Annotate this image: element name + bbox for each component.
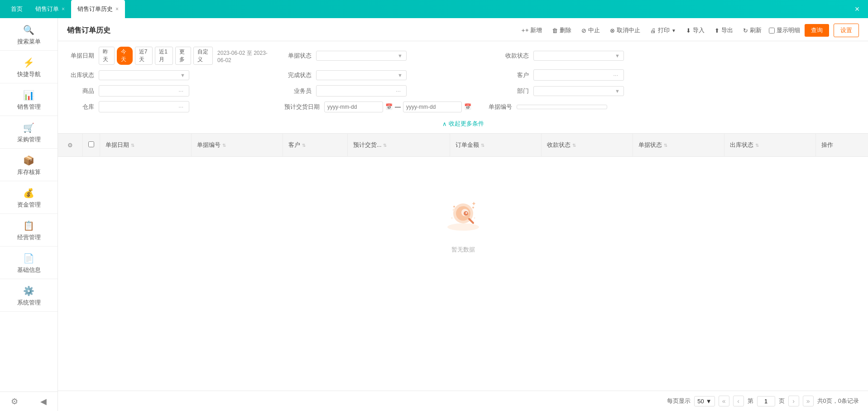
sidebar-item-search[interactable]: 🔍 搜索菜单: [0, 18, 58, 51]
tab-close-sales-order[interactable]: ×: [62, 6, 65, 12]
table-header-row: ⚙ 单据日期 ⇅ 单据编号 ⇅: [58, 134, 868, 157]
col-delivery-sort-icon: ⇅: [755, 143, 759, 148]
completion-status-field: ▼: [316, 70, 488, 80]
stop-button[interactable]: ⊘ 中止: [579, 25, 603, 36]
delivery-status-label: 出库状态: [67, 71, 99, 79]
select-all-checkbox[interactable]: [88, 141, 94, 147]
col-bill-status-sort-icon: ⇅: [664, 143, 667, 148]
quick-nav-icon: ⚡: [23, 57, 34, 68]
collapse-button[interactable]: ∧ 收起更多条件: [67, 117, 859, 128]
page-size-arrow-icon: ▼: [706, 398, 712, 405]
page-word-label: 页: [779, 397, 785, 405]
col-payment-status[interactable]: 收款状态 ⇅: [542, 134, 633, 157]
product-dots-icon[interactable]: ···: [177, 87, 185, 94]
col-customer[interactable]: 客户 ⇅: [283, 134, 347, 157]
query-button[interactable]: 查询: [805, 24, 829, 37]
last-page-button[interactable]: »: [803, 396, 814, 406]
system-icon: ⚙️: [23, 285, 34, 296]
date-7days[interactable]: 近7天: [135, 47, 153, 65]
tab-home[interactable]: 首页: [5, 0, 29, 18]
first-page-button[interactable]: «: [719, 396, 729, 406]
purchase-icon: 🛒: [23, 122, 34, 133]
customer-select[interactable]: ···: [533, 69, 624, 81]
sidebar-item-finance[interactable]: 💰 资金管理: [0, 181, 58, 214]
date-to-calendar-icon[interactable]: 📅: [464, 103, 471, 110]
print-button[interactable]: 🖨 打印 ▼: [647, 25, 679, 36]
export-button[interactable]: ⬆ 导出: [712, 25, 736, 36]
tab-sales-order-history[interactable]: 销售订单历史 ×: [71, 0, 125, 18]
col-date-sort-icon: ⇅: [131, 143, 134, 148]
page-header: 销售订单历史 ＋ + 新增 🗑 删除 ⊘ 中止 ⊗ 取消中止: [58, 18, 868, 41]
salesperson-dots-icon[interactable]: ···: [394, 87, 403, 94]
col-bill-status-label: 单据状态: [638, 141, 662, 148]
sidebar-item-system[interactable]: ⚙️ 系统管理: [0, 279, 58, 312]
display-detail-checkbox[interactable]: 显示明细: [769, 26, 800, 34]
next-page-button[interactable]: ›: [788, 396, 799, 406]
expected-date-to[interactable]: [403, 102, 462, 112]
sidebar-collapse-button[interactable]: ◀: [40, 396, 47, 406]
col-bill-status[interactable]: 单据状态 ⇅: [633, 134, 724, 157]
delete-button[interactable]: 🗑 删除: [549, 25, 574, 36]
date-from-calendar-icon[interactable]: 📅: [385, 103, 393, 110]
sidebar-item-quick-nav[interactable]: ⚡ 快捷导航: [0, 51, 58, 83]
col-delivery-status[interactable]: 出库状态 ⇅: [724, 134, 816, 157]
sidebar-item-operations[interactable]: 📋 经营管理: [0, 214, 58, 247]
settings-button[interactable]: 设置: [834, 24, 859, 37]
date-more[interactable]: 更多: [175, 47, 191, 65]
bill-number-label: 单据编号: [485, 103, 517, 111]
display-detail-input[interactable]: [769, 28, 775, 34]
salesperson-select[interactable]: ···: [316, 85, 407, 97]
empty-state: ✦ ✦ 暂无数据: [58, 157, 868, 281]
date-1month[interactable]: 近1月: [155, 47, 173, 65]
expected-date-from[interactable]: [324, 102, 383, 112]
cancel-stop-button[interactable]: ⊗ 取消中止: [607, 25, 643, 36]
customer-field: ···: [533, 69, 705, 81]
import-icon: ⬇: [686, 27, 691, 34]
department-select[interactable]: ▼: [533, 86, 624, 96]
tab-close-history[interactable]: ×: [115, 6, 119, 12]
product-select[interactable]: ···: [99, 85, 189, 97]
date-today[interactable]: 今天: [117, 47, 133, 65]
import-button[interactable]: ⬇ 导入: [683, 25, 707, 36]
sidebar-settings-button[interactable]: ⚙: [11, 396, 18, 406]
payment-status-select[interactable]: ▼: [533, 51, 624, 61]
empty-state-cell: ✦ ✦ 暂无数据: [58, 157, 868, 281]
tab-sales-order[interactable]: 销售订单 ×: [29, 0, 71, 18]
prev-page-button[interactable]: ‹: [733, 396, 744, 406]
table-settings-button[interactable]: ⚙: [63, 138, 77, 152]
col-bill-number[interactable]: 单据编号 ⇅: [191, 134, 283, 157]
col-amount[interactable]: 订单金额 ⇅: [450, 134, 542, 157]
date-custom[interactable]: 自定义: [193, 47, 213, 65]
col-expected-label: 预计交货...: [353, 141, 382, 148]
svg-point-5: [465, 212, 467, 214]
bill-status-select[interactable]: ▼: [316, 51, 407, 61]
empty-state-row: ✦ ✦ 暂无数据: [58, 157, 868, 281]
bill-number-input[interactable]: [517, 105, 607, 109]
salesperson-field: ···: [316, 85, 488, 97]
customer-dots-icon[interactable]: ···: [611, 72, 620, 78]
completion-status-select[interactable]: ▼: [316, 70, 407, 80]
sidebar-item-inventory[interactable]: 📦 库存核算: [0, 149, 58, 181]
warehouse-dots-icon[interactable]: ···: [177, 103, 185, 110]
new-button[interactable]: ＋ + 新增: [518, 25, 545, 36]
col-expected-date[interactable]: 预计交货... ⇅: [347, 134, 450, 157]
payment-status-field: ▼: [533, 51, 705, 61]
page-size-select[interactable]: 50 ▼: [694, 396, 715, 406]
sidebar-item-basic-info[interactable]: 📄 基础信息: [0, 247, 58, 279]
col-date[interactable]: 单据日期 ⇅: [100, 134, 192, 157]
date-yesterday[interactable]: 昨天: [99, 47, 115, 65]
table-wrap: ⚙ 单据日期 ⇅ 单据编号 ⇅: [58, 134, 868, 391]
sidebar-item-sales[interactable]: 📊 销售管理: [0, 83, 58, 116]
page-word-before: 第: [748, 397, 753, 405]
sidebar-item-purchase[interactable]: 🛒 采购管理: [0, 116, 58, 149]
refresh-button[interactable]: ↻ 刷新: [740, 25, 764, 36]
window-close-button[interactable]: ×: [851, 3, 863, 15]
warehouse-select[interactable]: ···: [99, 101, 189, 112]
table-body: ✦ ✦ 暂无数据: [58, 157, 868, 281]
inventory-icon: 📦: [23, 155, 34, 166]
content-area: 销售订单历史 ＋ + 新增 🗑 删除 ⊘ 中止 ⊗ 取消中止: [58, 18, 868, 411]
page-number-input[interactable]: [757, 396, 775, 406]
date-label: 单据日期: [67, 52, 99, 60]
page-title: 销售订单历史: [67, 26, 110, 35]
delivery-status-select[interactable]: ▼: [99, 70, 189, 80]
